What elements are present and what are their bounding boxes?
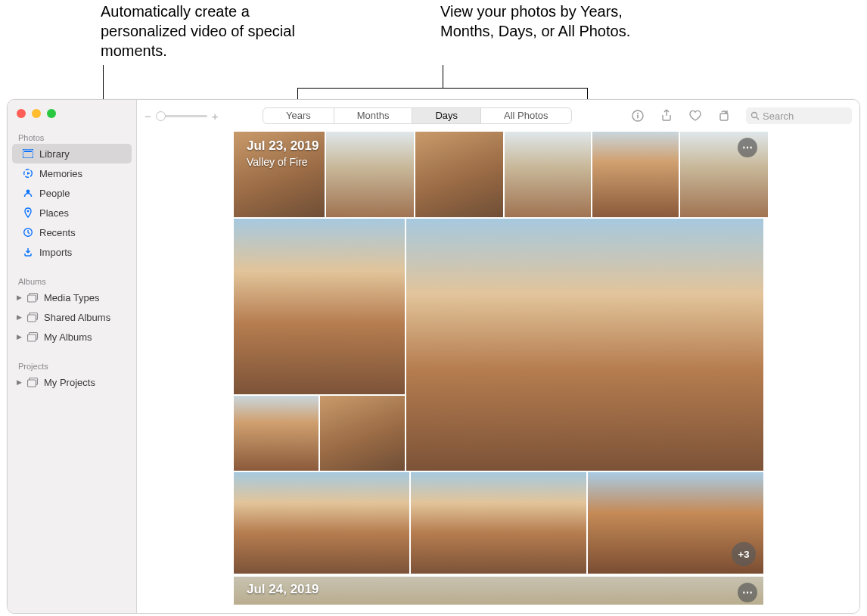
recents-icon [21, 227, 35, 238]
sidebar-header-projects: Projects [8, 347, 136, 372]
sidebar-item-library[interactable]: Library [12, 144, 132, 163]
sidebar-item-label: Places [39, 207, 69, 219]
chevron-right-icon: ▶ [17, 378, 24, 386]
zoom-out-label: − [144, 110, 151, 123]
sidebar-header-albums: Albums [8, 262, 136, 288]
zoom-slider[interactable]: − + [144, 110, 219, 123]
svg-line-20 [757, 117, 759, 120]
chevron-right-icon: ▶ [17, 294, 24, 301]
svg-rect-10 [27, 315, 36, 322]
more-photos-badge[interactable]: +3 [732, 542, 756, 566]
toolbar-right: Search [631, 107, 852, 124]
album-stack-icon [26, 313, 39, 322]
imports-icon [21, 247, 35, 257]
svg-point-16 [637, 113, 639, 114]
chevron-right-icon: ▶ [17, 333, 24, 341]
info-icon[interactable] [631, 109, 645, 123]
sidebar-item-my-projects[interactable]: ▶ My Projects [12, 372, 132, 392]
day-date: Jul 23, 2019 [247, 138, 319, 154]
svg-rect-17 [637, 115, 639, 119]
sidebar-item-label: My Projects [44, 377, 95, 388]
zoom-in-label: + [212, 110, 219, 123]
favorite-icon[interactable] [688, 109, 702, 123]
photo-thumb[interactable] [505, 132, 591, 217]
svg-point-4 [26, 190, 30, 194]
sidebar-item-imports[interactable]: Imports [12, 242, 132, 262]
sidebar-item-label: People [39, 188, 70, 199]
day-date: Jul 24, 2019 [247, 582, 319, 597]
callout-viewtabs: View your photos by Years, Months, Days,… [440, 2, 637, 41]
photo-thumb[interactable] [326, 132, 414, 217]
annotation-layer: Automatically create a personalized vide… [0, 0, 867, 106]
tab-years[interactable]: Years [263, 108, 334, 123]
sidebar-item-recents[interactable]: Recents [12, 222, 132, 242]
search-placeholder: Search [763, 110, 794, 122]
toolbar: − + Years Months Days All Photos [137, 100, 859, 127]
photo-thumb[interactable] [592, 132, 679, 217]
day-location: Valley of Fire [247, 156, 308, 168]
sidebar-item-my-albums[interactable]: ▶ My Albums [12, 327, 132, 347]
sidebar-item-label: Memories [39, 168, 82, 179]
photo-thumb[interactable] [415, 132, 503, 217]
svg-marker-3 [27, 172, 30, 175]
sidebar-item-label: Shared Albums [44, 312, 110, 323]
photo-thumb[interactable] [234, 472, 409, 574]
callout-memories: Automatically create a personalized vide… [101, 2, 312, 61]
zoom-track[interactable] [156, 115, 207, 117]
sidebar-item-label: Library [39, 148, 70, 160]
tab-months[interactable]: Months [334, 108, 412, 123]
search-field[interactable]: Search [746, 107, 852, 124]
chevron-right-icon: ▶ [17, 313, 24, 321]
sidebar-item-label: Imports [39, 247, 72, 258]
svg-rect-8 [27, 295, 36, 302]
svg-rect-1 [24, 151, 32, 152]
day-group-2: Jul 24, 2019 ⋯ [234, 577, 859, 605]
day-group-1: Jul 23, 2019 Valley of Fire ⋯ [234, 132, 763, 574]
photo-grid: Jul 23, 2019 Valley of Fire ⋯ [137, 132, 859, 613]
svg-rect-12 [27, 334, 36, 341]
sidebar: Photos Library Memories People [8, 100, 137, 613]
main-content: − + Years Months Days All Photos [137, 100, 859, 613]
more-options-button[interactable]: ⋯ [738, 583, 757, 602]
svg-rect-18 [720, 114, 728, 120]
more-options-button[interactable]: ⋯ [738, 138, 757, 157]
rotate-icon[interactable] [717, 109, 731, 123]
tab-all-photos[interactable]: All Photos [480, 108, 571, 123]
window-controls [8, 100, 136, 118]
places-icon [21, 207, 35, 218]
sidebar-item-places[interactable]: Places [12, 203, 132, 222]
svg-point-5 [27, 210, 30, 213]
svg-rect-0 [23, 149, 33, 158]
view-segmented-control: Years Months Days All Photos [263, 107, 572, 124]
sidebar-item-people[interactable]: People [12, 183, 132, 203]
album-stack-icon [26, 378, 39, 387]
photo-thumb[interactable] [234, 396, 319, 471]
album-stack-icon [26, 293, 39, 303]
tab-days[interactable]: Days [412, 108, 480, 123]
svg-rect-14 [27, 380, 36, 387]
album-stack-icon [26, 332, 39, 342]
close-window-button[interactable] [17, 109, 26, 118]
share-icon[interactable] [660, 109, 673, 123]
sidebar-header-photos: Photos [8, 118, 136, 144]
photo-thumb[interactable] [234, 219, 405, 394]
photo-strip[interactable]: Jul 24, 2019 ⋯ [234, 577, 763, 605]
sidebar-item-shared-albums[interactable]: ▶ Shared Albums [12, 307, 132, 327]
photo-thumb[interactable] [320, 396, 405, 471]
sidebar-item-label: Media Types [44, 292, 99, 303]
search-icon [750, 111, 760, 120]
zoom-window-button[interactable] [47, 109, 56, 118]
people-icon [21, 188, 35, 198]
svg-point-19 [752, 113, 757, 118]
zoom-knob[interactable] [156, 111, 166, 121]
memories-icon [21, 168, 35, 179]
photo-thumb[interactable] [411, 472, 586, 574]
sidebar-item-label: My Albums [44, 331, 92, 343]
photo-thumb[interactable] [406, 219, 763, 471]
sidebar-item-label: Recents [39, 227, 76, 238]
photos-window: Photos Library Memories People [7, 99, 860, 614]
minimize-window-button[interactable] [32, 109, 41, 118]
library-icon [21, 149, 35, 158]
sidebar-item-memories[interactable]: Memories [12, 163, 132, 183]
sidebar-item-media-types[interactable]: ▶ Media Types [12, 288, 132, 307]
